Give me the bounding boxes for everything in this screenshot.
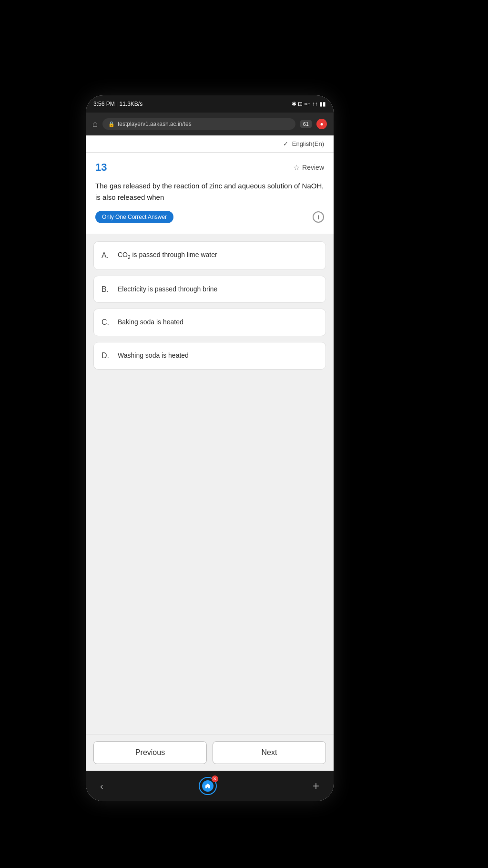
option-b[interactable]: B. Electricity is passed through brine (93, 276, 326, 303)
answer-type-badge: Only One Correct Answer (95, 211, 173, 223)
home-button[interactable]: ✕ (199, 777, 217, 795)
badge-row: Only One Correct Answer i (95, 211, 324, 223)
question-number: 13 (95, 161, 107, 174)
language-bar[interactable]: ✓ English(En) (86, 135, 334, 153)
next-button[interactable]: Next (213, 741, 326, 764)
tab-badge[interactable]: 61 (300, 120, 312, 128)
options-area: A. CO2 is passed through lime water B. E… (86, 234, 334, 383)
option-a[interactable]: A. CO2 is passed through lime water (93, 241, 326, 270)
phone-frame: 3:56 PM | 11.3KB/s ✱ ⊡ ≈↑ ↑↑ ▮▮ ⌂ 🔒 test… (86, 95, 334, 801)
option-d[interactable]: D. Washing soda is heated (93, 342, 326, 370)
option-a-letter: A. (102, 251, 111, 260)
question-header: 13 ☆ Review (95, 161, 324, 174)
status-icons: ✱ ⊡ ≈↑ ↑↑ ▮▮ (292, 101, 326, 107)
option-d-letter: D. (102, 351, 111, 360)
close-badge: ✕ (212, 775, 218, 782)
check-icon: ✓ (283, 140, 288, 147)
option-b-text: Electricity is passed through brine (118, 285, 217, 294)
browser-bar: ⌂ 🔒 testplayerv1.aakash.ac.in/tes 61 ● (86, 113, 334, 135)
option-c-letter: C. (102, 318, 111, 327)
status-bar: 3:56 PM | 11.3KB/s ✱ ⊡ ≈↑ ↑↑ ▮▮ (86, 95, 334, 113)
home-browser-icon[interactable]: ⌂ (92, 119, 98, 129)
star-icon: ☆ (293, 163, 300, 172)
status-time: 3:56 PM | 11.3KB/s (93, 101, 142, 107)
option-b-letter: B. (102, 285, 111, 294)
language-label: English(En) (292, 140, 324, 147)
bottom-navigation: Previous Next (86, 734, 334, 771)
address-bar[interactable]: 🔒 testplayerv1.aakash.ac.in/tes (102, 118, 295, 130)
plus-button[interactable]: + (313, 779, 319, 793)
lock-icon: 🔒 (108, 121, 115, 127)
option-c-text: Baking soda is heated (118, 318, 183, 327)
home-button-inner (202, 780, 214, 792)
question-text: The gas released by the reaction of zinc… (95, 180, 324, 203)
option-d-text: Washing soda is heated (118, 351, 189, 361)
option-a-text: CO2 is passed through lime water (118, 250, 217, 261)
back-button[interactable]: ‹ (100, 781, 103, 792)
review-label: Review (302, 164, 324, 171)
info-icon[interactable]: i (313, 211, 324, 223)
content-area: ✓ English(En) 13 ☆ Review The gas releas… (86, 135, 334, 763)
question-area: 13 ☆ Review The gas released by the reac… (86, 153, 334, 234)
option-c[interactable]: C. Baking soda is heated (93, 309, 326, 336)
review-button[interactable]: ☆ Review (293, 163, 324, 172)
home-icon (205, 783, 211, 789)
url-text: testplayerv1.aakash.ac.in/tes (118, 121, 192, 127)
previous-button[interactable]: Previous (93, 741, 207, 764)
record-button[interactable]: ● (316, 119, 327, 129)
android-nav-bar: ‹ ✕ + (86, 771, 334, 801)
